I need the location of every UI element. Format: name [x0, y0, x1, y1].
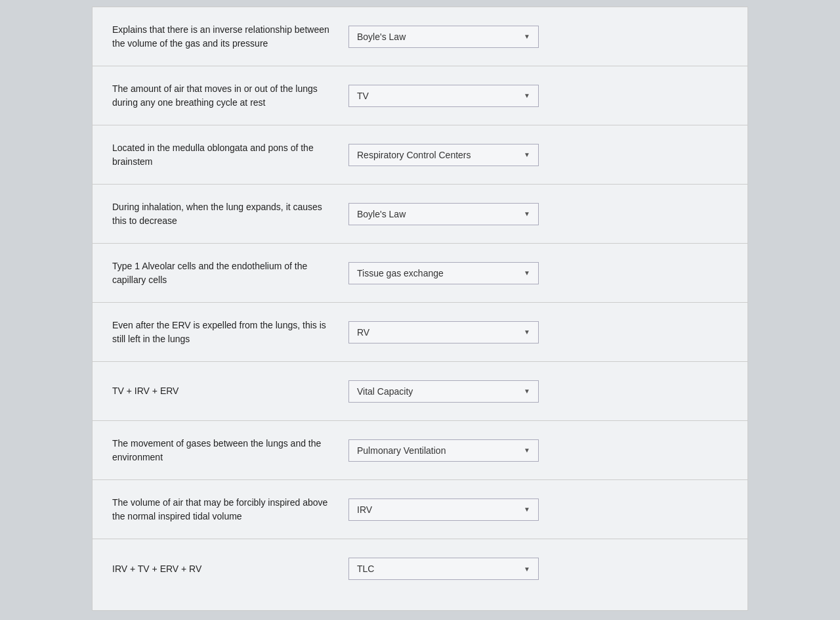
quiz-row: The volume of air that may be forcibly i…: [93, 480, 747, 539]
answer-dropdown[interactable]: Boyle's Law▼: [348, 203, 539, 225]
question-text: During inhalation, when the lung expands…: [112, 200, 348, 228]
dropdown-selected-text: RV: [357, 327, 518, 338]
chevron-down-icon: ▼: [524, 210, 530, 217]
quiz-row: The movement of gases between the lungs …: [93, 421, 747, 480]
question-text: Located in the medulla oblongata and pon…: [112, 141, 348, 169]
question-text: Explains that there is an inverse relati…: [112, 23, 348, 51]
chevron-down-icon: ▼: [524, 565, 530, 573]
question-text: IRV + TV + ERV + RV: [112, 562, 348, 576]
quiz-row: The amount of air that moves in or out o…: [93, 66, 747, 125]
dropdown-selected-text: Vital Capacity: [357, 386, 518, 397]
answer-dropdown[interactable]: IRV▼: [348, 498, 539, 521]
chevron-down-icon: ▼: [524, 151, 530, 158]
dropdown-selected-text: Boyle's Law: [357, 209, 518, 219]
chevron-down-icon: ▼: [524, 447, 530, 454]
quiz-row: TV + IRV + ERVVital Capacity▼: [93, 362, 747, 421]
question-text: The movement of gases between the lungs …: [112, 437, 348, 464]
answer-dropdown[interactable]: Boyle's Law▼: [348, 26, 539, 48]
answer-dropdown[interactable]: RV▼: [348, 321, 539, 343]
dropdown-selected-text: TLC: [357, 564, 518, 574]
quiz-row: During inhalation, when the lung expands…: [93, 185, 747, 244]
dropdown-selected-text: TV: [357, 91, 518, 101]
quiz-row: Explains that there is an inverse relati…: [93, 7, 747, 66]
dropdown-selected-text: Respiratory Control Centers: [357, 150, 518, 160]
question-text: Type 1 Alveolar cells and the endotheliu…: [112, 259, 348, 287]
quiz-row: IRV + TV + ERV + RVTLC▼: [93, 539, 747, 598]
chevron-down-icon: ▼: [524, 506, 530, 513]
answer-dropdown[interactable]: Tissue gas exchange▼: [348, 262, 539, 284]
dropdown-selected-text: Tissue gas exchange: [357, 268, 518, 278]
answer-dropdown[interactable]: TV▼: [348, 85, 539, 107]
main-panel: Explains that there is an inverse relati…: [92, 7, 748, 611]
question-text: The amount of air that moves in or out o…: [112, 82, 348, 110]
quiz-row: Even after the ERV is expelled from the …: [93, 303, 747, 362]
quiz-row: Located in the medulla oblongata and pon…: [93, 125, 747, 185]
chevron-down-icon: ▼: [524, 33, 530, 40]
answer-dropdown[interactable]: Pulmonary Ventilation▼: [348, 439, 539, 462]
chevron-down-icon: ▼: [524, 388, 530, 395]
chevron-down-icon: ▼: [524, 328, 530, 336]
chevron-down-icon: ▼: [524, 92, 530, 99]
dropdown-selected-text: IRV: [357, 504, 518, 515]
question-text: The volume of air that may be forcibly i…: [112, 496, 348, 523]
dropdown-selected-text: Pulmonary Ventilation: [357, 445, 518, 456]
question-text: TV + IRV + ERV: [112, 384, 348, 398]
answer-dropdown[interactable]: Respiratory Control Centers▼: [348, 144, 539, 166]
chevron-down-icon: ▼: [524, 269, 530, 277]
question-text: Even after the ERV is expelled from the …: [112, 319, 348, 346]
answer-dropdown[interactable]: Vital Capacity▼: [348, 380, 539, 403]
answer-dropdown[interactable]: TLC▼: [348, 558, 539, 580]
quiz-row: Type 1 Alveolar cells and the endotheliu…: [93, 244, 747, 303]
page-container: Explains that there is an inverse relati…: [0, 0, 840, 620]
dropdown-selected-text: Boyle's Law: [357, 32, 518, 42]
